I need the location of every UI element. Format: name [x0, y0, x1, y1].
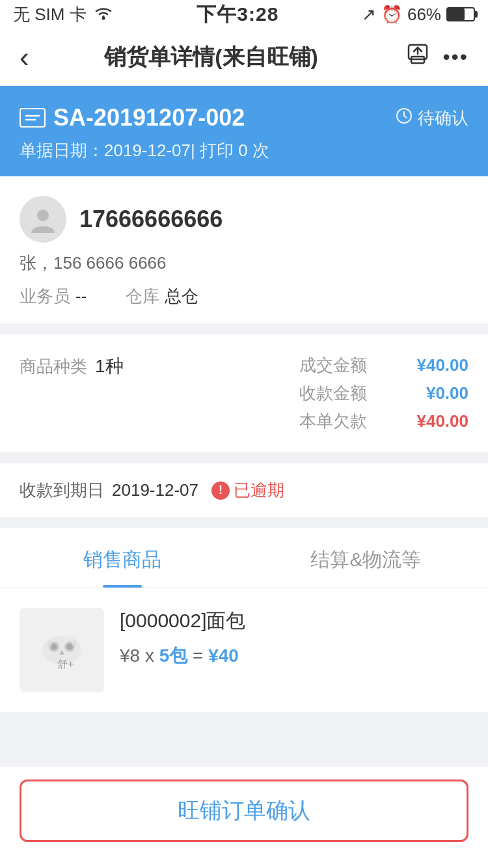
svg-point-13 — [66, 644, 73, 650]
overdue-icon: ! — [211, 481, 230, 500]
battery-percent: 66% — [407, 5, 441, 25]
tab-settlement[interactable]: 结算&物流等 — [244, 528, 488, 588]
transaction-value: ¥40.00 — [416, 355, 468, 375]
order-id-section: SA-20191207-002 — [20, 104, 245, 131]
product-row: 舒+ [0000002]面包 ¥8 x 5包 = ¥40 — [20, 608, 468, 692]
wifi-icon — [93, 5, 114, 25]
location-icon: ↗ — [362, 5, 376, 25]
product-info: [0000002]面包 ¥8 x 5包 = ¥40 — [120, 608, 468, 668]
order-icon — [20, 108, 46, 128]
tabs-row: 销售商品 结算&物流等 — [0, 528, 488, 588]
received-row: 收款金额 ¥0.00 — [299, 382, 468, 405]
warehouse-item: 仓库 总仓 — [126, 285, 198, 308]
quantity: 5包 — [159, 645, 188, 666]
svg-point-12 — [51, 644, 57, 650]
nav-actions: ••• — [406, 42, 468, 72]
owed-value: ¥40.00 — [416, 411, 468, 431]
bottom-action-area: 旺铺订单确认 — [0, 766, 488, 868]
salesperson-item: 业务员 -- — [20, 285, 87, 308]
avatar — [20, 196, 66, 243]
amounts-section: 成交金额 ¥40.00 收款金额 ¥0.00 本单欠款 ¥40.00 — [299, 354, 468, 433]
product-types-value: 1种 — [95, 354, 124, 379]
owed-label: 本单欠款 — [299, 410, 367, 433]
status-text: 待确认 — [418, 107, 468, 129]
customer-name: 张，156 6666 6666 — [20, 252, 468, 275]
page-title: 销货单详情(来自旺铺) — [16, 42, 407, 72]
equals-sign: = — [187, 645, 208, 666]
tab-sales[interactable]: 销售商品 — [0, 528, 244, 588]
status-bar: 无 SIM 卡 下午3:28 ↗ ⏰ 66% — [0, 0, 488, 29]
time-display: 下午3:28 — [197, 1, 278, 28]
salesperson-value: -- — [75, 286, 87, 306]
svg-point-8 — [37, 210, 49, 221]
svg-line-7 — [404, 116, 407, 118]
salesperson-label: 业务员 — [20, 285, 70, 308]
order-header: SA-20191207-002 待确认 单据日期：2019-12-07| 打印 … — [0, 86, 488, 176]
product-thumbnail: 舒+ — [20, 608, 104, 692]
status-right: ↗ ⏰ 66% — [362, 5, 475, 25]
transaction-label: 成交金额 — [299, 354, 367, 377]
multiply-sign: x — [140, 645, 159, 666]
confirm-order-button[interactable]: 旺铺订单确认 — [20, 780, 468, 842]
share-icon[interactable] — [406, 42, 429, 72]
status-left: 无 SIM 卡 — [13, 3, 114, 26]
due-date-value: 2019-12-07 — [112, 480, 198, 500]
order-status: 待确认 — [396, 107, 468, 129]
total-amount: ¥40 — [208, 645, 239, 666]
customer-phone: 17666666666 — [79, 206, 223, 233]
svg-point-0 — [102, 16, 105, 20]
product-price-row: ¥8 x 5包 = ¥40 — [120, 644, 468, 668]
alarm-icon: ⏰ — [381, 5, 402, 25]
received-label: 收款金额 — [299, 382, 367, 405]
received-value: ¥0.00 — [426, 383, 468, 403]
product-section: 舒+ [0000002]面包 ¥8 x 5包 = ¥40 — [0, 588, 488, 712]
order-date-info: 单据日期：2019-12-07| 打印 0 次 — [20, 139, 468, 162]
customer-section: 17666666666 张，156 6666 6666 业务员 -- 仓库 总仓 — [0, 176, 488, 323]
product-types-label: 商品种类 — [20, 355, 87, 378]
warehouse-value: 总仓 — [165, 285, 198, 308]
product-name: [0000002]面包 — [120, 608, 468, 634]
transaction-row: 成交金额 ¥40.00 — [299, 354, 468, 377]
stats-section: 商品种类 1种 成交金额 ¥40.00 收款金额 ¥0.00 本单欠款 ¥40.… — [0, 334, 488, 452]
product-types: 商品种类 1种 — [20, 354, 124, 379]
overdue-text: 已逾期 — [234, 479, 284, 502]
clock-icon — [396, 107, 413, 129]
price-unit: ¥8 — [120, 645, 140, 666]
customer-meta: 业务员 -- 仓库 总仓 — [20, 285, 468, 308]
tabs-section: 销售商品 结算&物流等 — [0, 528, 488, 588]
owed-row: 本单欠款 ¥40.00 — [299, 410, 468, 433]
overdue-badge: ! 已逾期 — [211, 479, 284, 502]
battery-icon — [446, 7, 475, 21]
nav-bar: ‹ 销货单详情(来自旺铺) ••• — [0, 29, 488, 86]
due-date-section: 收款到期日 2019-12-07 ! 已逾期 — [0, 463, 488, 517]
more-icon[interactable]: ••• — [442, 45, 468, 69]
svg-text:舒+: 舒+ — [57, 658, 74, 670]
warehouse-label: 仓库 — [126, 285, 159, 308]
order-number: SA-20191207-002 — [53, 104, 245, 131]
due-label: 收款到期日 — [20, 479, 104, 502]
carrier-label: 无 SIM 卡 — [13, 3, 87, 26]
